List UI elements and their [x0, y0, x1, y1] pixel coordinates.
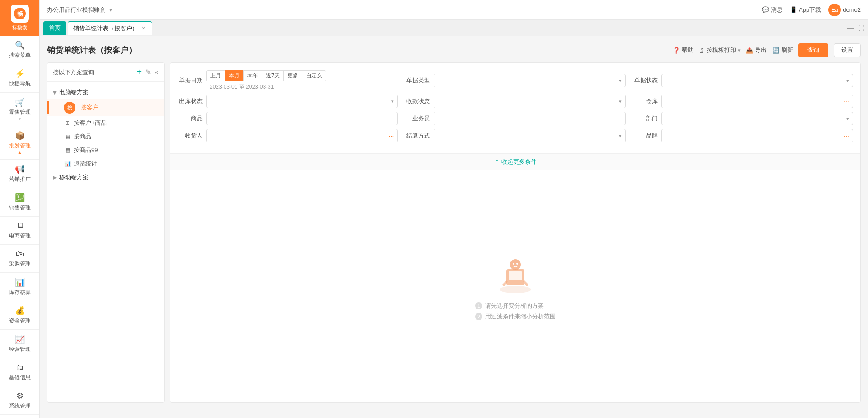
sidebar-item-label: 零售管理 — [9, 109, 31, 116]
filter-cell-warehouse: 仓库 ··· — [633, 95, 853, 108]
sidebar-item-label: 基础信息 — [9, 374, 31, 381]
goods-label: 商品 — [178, 114, 203, 123]
filter-cell-collect-status: 收款状态 ▾ — [405, 95, 625, 108]
chevron-down-icon4: ▾ — [619, 99, 622, 104]
date-btn-this-month[interactable]: 本月 — [225, 70, 243, 81]
goods-ellipsis-icon: ··· — [389, 115, 394, 122]
print-icon: 🖨 — [699, 47, 705, 54]
tip-text-2: 用过滤条件来缩小分析范围 — [485, 313, 556, 321]
consignee-input[interactable]: ··· — [206, 129, 398, 142]
tree-child-label: 退货统计 — [74, 160, 97, 168]
date-btn-7days[interactable]: 近7天 — [262, 70, 283, 81]
sidebar-item-label: 电商管理 — [9, 232, 31, 240]
tab-sales-stats[interactable]: 销货单统计表（按客户） ✕ — [68, 21, 152, 35]
doc-status-select[interactable]: ▾ — [661, 74, 853, 87]
system-icon: ⚙ — [16, 391, 24, 401]
sidebar-item-inventory[interactable]: 📊 库存核算 — [0, 273, 39, 301]
sidebar-item-system[interactable]: ⚙ 系统管理 — [0, 386, 39, 415]
page-header: 销货单统计表（按客户） ❓ 帮助 🖨 按模板打印 ▾ 📤 导出 🔄 刷新 — [47, 43, 861, 57]
goods-input[interactable]: ··· — [206, 112, 398, 125]
sidebar-item-quick-nav[interactable]: ⚡ 快捷导航 — [0, 64, 39, 93]
tree-child-by-customer[interactable]: 按 按客户 — [47, 99, 164, 116]
settlement-select[interactable]: ▾ — [434, 129, 625, 142]
tree-desktop-parent[interactable]: ▶ 电脑端方案 — [47, 86, 164, 99]
tree-mobile-parent[interactable]: ▶ 移动端方案 — [47, 171, 164, 184]
query-button[interactable]: 查询 — [798, 43, 828, 57]
filter-cell-goods: 商品 ··· — [178, 112, 398, 125]
purchase-icon: 🛍 — [16, 249, 24, 259]
doc-type-select[interactable]: ▾ — [434, 74, 625, 87]
doc-status-label: 单据状态 — [633, 76, 658, 85]
tab-close-icon[interactable]: ✕ — [141, 25, 146, 32]
sidebar-item-search-menu[interactable]: 🔍 搜索菜单 — [0, 36, 39, 64]
sidebar-item-basic[interactable]: 🗂 基础信息 — [0, 358, 39, 386]
tree-desktop-label: 电脑端方案 — [59, 88, 89, 96]
left-panel-header: 按以下方案查询 + ✎ « — [47, 63, 164, 82]
help-icon: ❓ — [673, 47, 680, 54]
date-btn-this-year[interactable]: 本年 — [243, 70, 262, 81]
sidebar: 畅 标搜索 🔍 搜索菜单 ⚡ 快捷导航 🛒 零售管理 ▼ 📦 批发管理 ▲ 📢 … — [0, 0, 40, 418]
refresh-label: 刷新 — [781, 46, 793, 54]
right-panel: 单据日期 上月 本月 本年 近7天 更多 自定义 20 — [170, 62, 861, 403]
tree-child-label: 按商品99 — [74, 146, 98, 154]
settlement-label: 结算方式 — [405, 132, 430, 140]
chevron-down-icon6: ▾ — [619, 133, 622, 139]
help-button[interactable]: ❓ 帮助 — [673, 46, 693, 54]
sidebar-item-ecommerce[interactable]: 🖥 电商管理 — [0, 217, 39, 245]
tree-section: ▶ 电脑端方案 按 按客户 ⊞ 按客户+商品 — [47, 82, 164, 188]
svg-point-6 — [513, 263, 514, 265]
sidebar-item-collab[interactable]: 🤝 企业协同 — [0, 415, 39, 418]
dropdown-arrow-icon[interactable]: ▾ — [109, 7, 112, 13]
settings-button[interactable]: 设置 — [834, 43, 861, 57]
sidebar-item-wholesale[interactable]: 📦 批发管理 ▲ — [0, 126, 39, 160]
marketing-icon: 📢 — [15, 164, 25, 174]
add-scheme-icon[interactable]: + — [137, 67, 142, 77]
edit-scheme-icon[interactable]: ✎ — [145, 68, 151, 76]
active-dot-label: 按 — [67, 104, 72, 111]
tree-child-goods[interactable]: ▦ 按商品 — [47, 130, 164, 143]
export-label: 导出 — [755, 46, 767, 54]
department-select[interactable]: ▾ — [661, 112, 853, 125]
user-profile-button[interactable]: Ea demo2 — [828, 4, 861, 16]
export-button[interactable]: 📤 导出 — [746, 46, 767, 54]
app-download-button[interactable]: 📱 App下载 — [790, 6, 821, 14]
page-actions: ❓ 帮助 🖨 按模板打印 ▾ 📤 导出 🔄 刷新 查询 设置 — [673, 43, 861, 57]
sidebar-item-sales[interactable]: 💹 销售管理 — [0, 188, 39, 217]
lph-actions: + ✎ « — [137, 67, 159, 77]
tree-child-customer-goods[interactable]: ⊞ 按客户+商品 — [47, 116, 164, 130]
svg-text:畅: 畅 — [17, 10, 23, 17]
tree-child-goods99[interactable]: ▦ 按商品99 — [47, 143, 164, 157]
sidebar-item-purchase[interactable]: 🛍 采购管理 — [0, 245, 39, 273]
inventory-icon: 📊 — [15, 277, 25, 287]
collect-status-select[interactable]: ▾ — [434, 95, 625, 108]
export-icon: 📤 — [746, 47, 753, 54]
sidebar-item-operations[interactable]: 📈 经营管理 — [0, 330, 39, 358]
date-btn-last-month[interactable]: 上月 — [206, 70, 225, 81]
scheme-icon-table2: ▦ — [64, 147, 71, 154]
sales-icon: 💹 — [15, 193, 25, 203]
app-logo: 畅 标搜索 — [0, 0, 39, 36]
warehouse-input[interactable]: ··· — [661, 95, 853, 108]
date-btn-more[interactable]: 更多 — [283, 70, 302, 81]
brand-input[interactable]: ··· — [661, 129, 853, 142]
tab-minimize-icon[interactable]: — — [847, 24, 854, 32]
refresh-button[interactable]: 🔄 刷新 — [772, 46, 793, 54]
message-button[interactable]: 💬 消息 — [762, 6, 783, 14]
collapse-row: ⌃ 收起更多条件 — [170, 154, 860, 170]
tab-home[interactable]: 首页 — [43, 21, 66, 35]
date-btn-custom[interactable]: 自定义 — [302, 70, 326, 81]
logo-icon: 畅 — [11, 5, 29, 23]
content-area: 销货单统计表（按客户） ❓ 帮助 🖨 按模板打印 ▾ 📤 导出 🔄 刷新 — [40, 36, 868, 418]
collapse-button[interactable]: ⌃ 收起更多条件 — [495, 158, 537, 166]
tree-child-label: 按客户 — [81, 104, 99, 112]
print-button[interactable]: 🖨 按模板打印 ▾ — [699, 46, 741, 54]
tree-child-return[interactable]: 📊 退货统计 — [47, 157, 164, 171]
collapse-panel-icon[interactable]: « — [155, 68, 159, 76]
sidebar-item-finance[interactable]: 💰 资金管理 — [0, 301, 39, 330]
salesperson-input[interactable]: ··· — [434, 112, 625, 125]
tab-bar: 首页 销货单统计表（按客户） ✕ — ⛶ — [40, 20, 868, 36]
out-status-select[interactable]: ▾ — [206, 95, 398, 108]
tab-maximize-icon[interactable]: ⛶ — [858, 24, 864, 32]
sidebar-item-retail[interactable]: 🛒 零售管理 ▼ — [0, 93, 39, 126]
sidebar-item-marketing[interactable]: 📢 营销推广 — [0, 160, 39, 188]
